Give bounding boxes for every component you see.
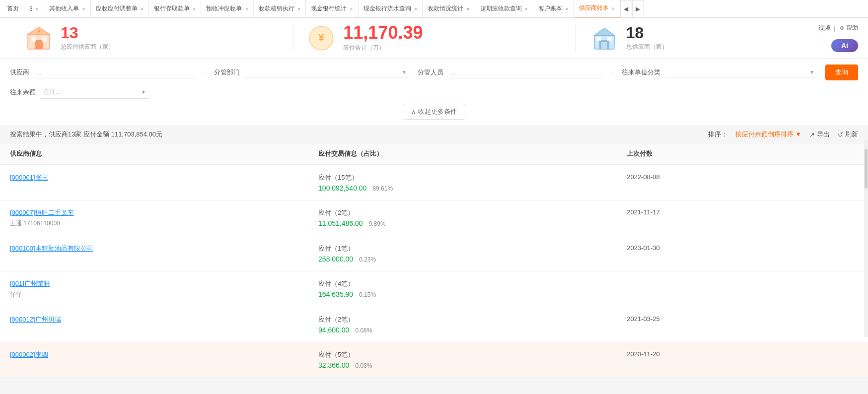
stat-ap-amount-label: 应付合计（万） [343,44,423,52]
vendor-icon: ¥ [25,24,53,52]
supplier-more-icon[interactable]: ··· [201,69,206,76]
stat-ap-amount: ¥ 11,170.39 应付合计（万） [292,24,575,52]
nav-tab-supplier-account-close[interactable]: × [612,5,615,11]
nav-tab-collection-exec-close[interactable]: × [297,6,300,12]
refresh-button[interactable]: ↺ 刷新 [838,130,858,139]
dept-chevron-icon: ▼ [402,69,407,75]
store-icon [590,24,618,52]
supplier-link-4[interactable]: [000012]广州贝瑞 [10,315,318,324]
pay-percent-2: 0.23% [359,256,376,263]
pay-amount-3[interactable]: 164,635.90 [318,290,353,298]
nav-tab-other-income[interactable]: 其他收入单 × [44,0,90,18]
filter-supplier: 供应商 ··· [10,66,206,78]
nav-arrow-left[interactable]: ◀ [620,0,632,18]
supplier-link-5[interactable]: [000002]李四 [10,350,318,359]
nav-tab-customer-account[interactable]: 客户账本 × [533,0,574,18]
svg-rect-13 [601,42,607,49]
last-pay-date-2: 2023-01-30 [627,244,858,252]
collapse-button[interactable]: ∧ 收起更多条件 [403,104,465,120]
col-header-supplier: 供应商信息 [10,149,318,158]
svg-rect-11 [596,37,601,41]
nav-tab-prepay-label: 预收冲应收单 [206,4,242,13]
table-header: 供应商信息 应付交易信息（占比） 上次付数 [0,143,868,165]
balance-select[interactable]: 选择... ▼ [40,85,149,99]
nav-tab-cash-bank-stat-close[interactable]: × [350,6,353,12]
scrollbar-thumb[interactable] [865,149,868,189]
pay-amount-5[interactable]: 32,366.00 [318,361,349,369]
last-pay-date-1: 2021-11-17 [627,208,858,216]
ap-amount-icon: ¥ [307,24,335,52]
dept-select[interactable]: ▼ [244,67,410,77]
nav-tab-ap-adjust-close[interactable]: × [141,6,144,12]
nav-tab-overdue-query[interactable]: 超期应收款查询 × [475,0,533,18]
nav-tab-cash-bank-flow-close[interactable]: × [414,6,417,12]
nav-tab-collection-stat-close[interactable]: × [466,6,469,12]
supplier-label: 供应商 [10,68,29,77]
nav-tab-collection-exec[interactable]: 收款核销执行 × [254,0,306,18]
svg-text:¥: ¥ [37,29,40,34]
filter-balance: 往来余额 选择... ▼ [10,85,149,99]
stat-total-suppliers-label: 总供应商（家） [626,43,668,51]
sort-value[interactable]: 按应付余额倒序排序 ▼ [735,130,801,139]
stat-ap-amount-number: 11,170.39 [343,24,423,42]
nav-arrow-right[interactable]: ▶ [632,0,644,18]
vertical-scrollbar[interactable] [864,139,868,337]
supplier-link-0[interactable]: [000001]张三 [10,173,318,182]
top-navigation: 首页 3 × 其他收入单 × 应收应付调整单 × 银行存取款单 × 预收冲应收单… [0,0,868,18]
supplier-info-4: [000012]广州贝瑞 [10,315,318,324]
nav-tab-customer-account-close[interactable]: × [565,6,568,12]
supplier-link-2[interactable]: [000100]本特勤油品有限公司 [10,244,318,253]
nav-tab-supplier-account[interactable]: 供应商账本 × [574,0,620,18]
nav-tab-cash-bank-flow[interactable]: 现金银行流水查询 × [359,0,423,18]
results-bar: 搜索结果中，供应商13家 应付金额 111,703,854.00元 排序： 按应… [0,126,868,143]
nav-tab-prepay[interactable]: 预收冲应收单 × [201,0,253,18]
supplier-link-1[interactable]: [000007]恒旺二手叉车 [10,208,318,217]
ai-button[interactable]: Ai [831,39,858,52]
person-more-icon[interactable]: ··· [608,69,614,76]
stat-total-suppliers-number: 18 [626,25,668,41]
nav-tab-cash-bank-flow-label: 现金银行流水查询 [363,4,411,13]
pay-percent-3: 0.15% [359,291,376,298]
pay-percent-0: 89.61% [372,185,393,192]
supplier-link-3[interactable]: [001]广州荣轩 [10,279,318,288]
nav-tab-collection-stat-label: 收款情况统计 [428,4,463,13]
video-link[interactable]: 视频 [818,24,830,32]
pay-amount-0[interactable]: 100,092,540.00 [318,184,366,192]
nav-tab-ap-adjust[interactable]: 应收应付调整单 × [91,0,149,18]
nav-tab-collection-stat[interactable]: 收款情况统计 × [423,0,475,18]
nav-tab-bank-deposit-close[interactable]: × [193,6,196,12]
nav-tab-ap-adjust-label: 应收应付调整单 [96,4,138,13]
payable-info-3: 应付（4笔） 164,635.90 0.15% [318,279,627,298]
pay-count-2: 应付（1笔） [318,244,627,253]
nav-tab-cash-bank-stat[interactable]: 现金银行统计 × [306,0,358,18]
supplier-info-1: [000007]恒旺二手叉车 王通 17106110000 [10,208,318,228]
nav-tab-other-income-label: 其他收入单 [49,4,79,13]
pay-amount-1[interactable]: 11,051,486.00 [318,219,363,227]
person-input[interactable] [447,66,604,78]
stats-bar: ¥ 13 总应付供应商（家） ¥ 11,170.39 应付合计（万） [0,18,868,59]
nav-tab-bank-deposit[interactable]: 银行存取款单 × [149,0,201,18]
nav-tab-prepay-close[interactable]: × [245,6,248,12]
stat-ap-suppliers-content: 13 总应付供应商（家） [61,25,114,51]
filter-row-1: 供应商 ··· 分管部门 ▼ 分管人员 ··· 往来单位分类 ▼ 查询 [10,65,858,80]
export-button[interactable]: ↗ 导出 [809,130,830,139]
query-button[interactable]: 查询 [825,65,858,80]
category-select[interactable]: ▼ [664,67,818,77]
help-link[interactable]: ⊙ 帮助 [840,24,858,32]
table-row: [000100]本特勤油品有限公司 应付（1笔） 258,000.00 0.23… [0,236,868,271]
nav-tab-3-close[interactable]: × [36,6,39,12]
nav-tab-3[interactable]: 3 × [24,0,44,18]
filter-row-2: 往来余额 选择... ▼ [10,85,858,99]
dept-label: 分管部门 [214,68,240,77]
payable-info-5: 应付（5笔） 32,366.00 0.03% [318,350,627,369]
category-label: 往来单位分类 [622,68,660,77]
nav-tab-home[interactable]: 首页 [2,0,24,18]
payable-info-0: 应付（15笔） 100,092,540.00 89.61% [318,173,627,192]
pay-amount-2[interactable]: 258,000.00 [318,255,353,263]
supplier-input[interactable] [33,66,197,78]
nav-tab-supplier-account-label: 供应商账本 [579,4,609,12]
nav-tab-other-income-close[interactable]: × [82,6,85,12]
stat-total-suppliers-content: 18 总供应商（家） [626,25,668,51]
pay-amount-4[interactable]: 94,600.00 [318,326,349,334]
nav-tab-overdue-query-close[interactable]: × [525,6,528,12]
